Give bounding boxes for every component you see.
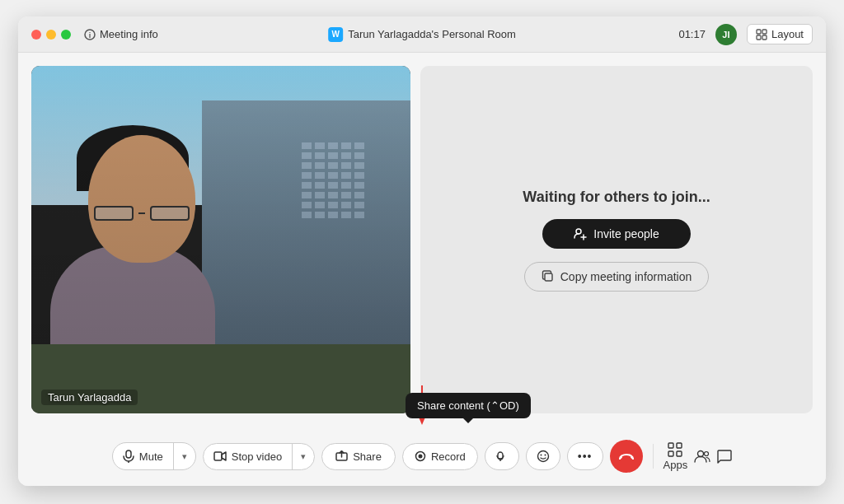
svg-rect-12 [214,452,222,460]
svg-rect-3 [762,30,767,34]
more-button[interactable]: ••• [567,442,603,470]
toolbar-separator [653,444,654,469]
waiting-text: Waiting for others to join... [523,189,710,206]
svg-rect-5 [762,35,767,40]
record-label: Record [431,450,466,463]
svg-rect-23 [677,451,682,456]
copy-icon [542,270,554,282]
svg-rect-20 [668,443,673,448]
meeting-info-label-text: Meeting info [100,28,158,40]
webex-logo: W [328,27,343,42]
title-bar-center: W Tarun Yarlagadda's Personal Room [328,27,516,42]
svg-rect-10 [126,450,131,458]
svg-point-25 [705,452,709,456]
svg-point-17 [537,451,548,462]
apps-button[interactable]: Apps [663,442,688,471]
mic-icon [123,450,134,463]
noise-icon [495,450,509,463]
participants-icon [694,450,710,463]
copy-meeting-btn-label: Copy meeting information [560,270,692,283]
chat-icon [717,450,732,464]
stop-video-label: Stop video [232,450,282,463]
end-call-icon [619,452,634,460]
room-title: Tarun Yarlagadda's Personal Room [348,28,516,40]
mute-label: Mute [139,450,163,463]
layout-label: Layout [771,28,804,40]
tooltip-container: Share content (⌃OD) [406,393,531,418]
reactions-button[interactable] [526,442,560,470]
record-button[interactable]: Record [402,443,478,470]
record-icon [415,450,426,462]
toolbar: Share content (⌃OD) Mute ▾ [18,427,826,486]
chat-button[interactable] [717,450,732,464]
apps-label: Apps [663,459,688,471]
svg-point-19 [544,455,546,456]
share-icon [335,450,348,462]
svg-rect-7 [545,273,552,281]
close-button[interactable] [31,30,41,40]
end-call-button[interactable] [610,440,643,473]
apps-icon [668,442,682,457]
svg-point-18 [540,455,542,456]
invite-icon [574,227,587,240]
tooltip-text: Share content (⌃OD) [417,399,519,412]
svg-point-6 [576,229,581,234]
more-dots: ••• [578,450,593,463]
video-panel: Tarun Yarlagadda [31,66,410,413]
main-content: Tarun Yarlagadda Waiting for others to j… [18,53,826,427]
mute-button-group[interactable]: Mute ▾ [112,442,196,470]
layout-icon [756,29,767,40]
svg-rect-22 [668,451,673,456]
timer: 01:17 [678,28,706,40]
invite-people-button[interactable]: Invite people [542,219,691,249]
waiting-panel: Waiting for others to join... Invite peo… [420,66,813,413]
title-bar: i Meeting info W Tarun Yarlagadda's Pers… [18,16,826,53]
layout-button[interactable]: Layout [747,24,813,44]
stop-video-button-group[interactable]: Stop video ▾ [203,443,315,470]
mute-dropdown[interactable]: ▾ [174,445,195,469]
svg-text:i: i [89,31,91,40]
share-tooltip: Share content (⌃OD) [406,393,531,418]
emoji-icon [537,450,550,463]
mute-button[interactable]: Mute [113,443,174,469]
main-window: i Meeting info W Tarun Yarlagadda's Pers… [18,16,826,486]
svg-rect-4 [757,35,761,40]
meeting-info-button[interactable]: i Meeting info [84,28,158,40]
svg-rect-21 [677,443,682,448]
noise-removal-button[interactable] [485,442,519,470]
minimize-button[interactable] [46,30,56,40]
shield-icon: i [84,29,96,40]
share-button[interactable]: Share [321,443,396,470]
maximize-button[interactable] [61,30,71,40]
svg-rect-2 [757,30,761,34]
stop-video-button[interactable]: Stop video [204,444,293,469]
svg-point-24 [698,451,704,457]
copy-meeting-button[interactable]: Copy meeting information [524,262,710,292]
svg-point-15 [418,455,422,459]
avatar[interactable]: JI [715,24,737,45]
traffic-lights [31,30,71,40]
invite-btn-label: Invite people [593,227,659,240]
video-canvas [31,66,410,413]
video-icon [213,450,227,462]
participants-button[interactable] [694,450,710,463]
stop-video-dropdown[interactable]: ▾ [293,445,314,469]
title-bar-right: 01:17 JI Layout [678,24,813,45]
share-label: Share [353,450,382,463]
participant-name-label: Tarun Yarlagadda [41,390,138,405]
